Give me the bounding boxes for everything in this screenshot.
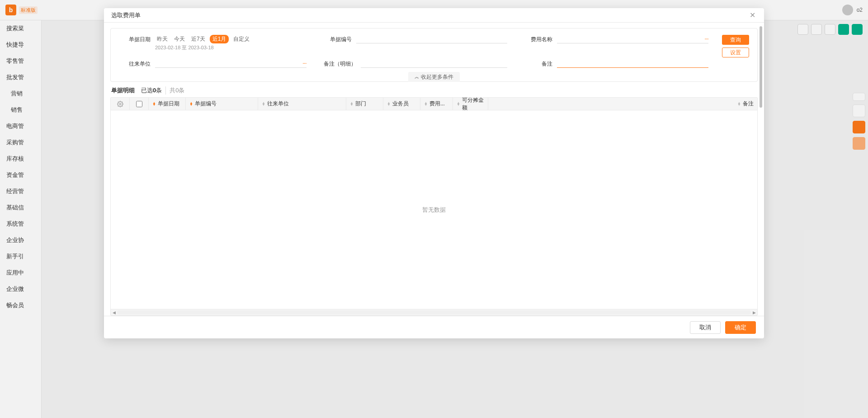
field-date: 单据日期 昨天 今天 近7天 近1月 自定义 2023-02-18 至 2023… — [119, 35, 307, 51]
column-date[interactable]: ▲▼ 单据日期 — [149, 98, 186, 110]
table-body: 暂无数据 — [111, 110, 757, 309]
more-icon[interactable]: ··· — [302, 59, 307, 66]
h-scrollbar[interactable]: ◀ ▶ — [111, 309, 757, 315]
modal-header: 选取费用单 ✕ — [104, 8, 764, 23]
field-fee-name: 费用名称 ··· — [521, 35, 708, 43]
sort-icon: ▲▼ — [262, 102, 265, 106]
remark-input[interactable] — [557, 59, 708, 68]
sort-icon: ▲▼ — [457, 102, 460, 106]
field-fee-name-label: 费用名称 — [521, 35, 552, 43]
query-button[interactable]: 查询 — [722, 35, 749, 45]
filter-panel: 单据日期 昨天 今天 近7天 近1月 自定义 2023-02-18 至 2023… — [110, 28, 758, 82]
collapse-label: 收起更多条件 — [421, 73, 453, 81]
column-checkbox — [130, 98, 149, 110]
column-settings[interactable] — [111, 98, 130, 110]
list-header: 单据明细 已选0条 共0条 — [110, 82, 758, 97]
scroll-thumb[interactable] — [760, 26, 762, 108]
close-icon[interactable]: ✕ — [748, 11, 757, 20]
svg-point-0 — [119, 103, 121, 105]
scroll-left-icon[interactable]: ◀ — [111, 309, 117, 315]
modal-title: 选取费用单 — [111, 11, 141, 19]
confirm-button[interactable]: 确定 — [725, 321, 756, 334]
list-total: 共0条 — [165, 86, 184, 95]
field-date-label: 单据日期 — [119, 35, 151, 43]
sort-icon: ▲▼ — [189, 102, 193, 106]
doc-no-input[interactable] — [356, 35, 508, 43]
date-tag-last1m[interactable]: 近1月 — [210, 35, 229, 43]
date-tag-today[interactable]: 今天 — [172, 35, 187, 43]
field-doc-no: 单据编号 — [320, 35, 508, 43]
v-scrollbar[interactable] — [760, 26, 762, 311]
column-fee[interactable]: ▲▼ 费用... — [420, 98, 453, 110]
date-tag-last7[interactable]: 近7天 — [189, 35, 207, 43]
fee-name-input[interactable] — [557, 35, 708, 43]
gear-icon — [117, 101, 123, 107]
date-tag-custom[interactable]: 自定义 — [231, 35, 251, 43]
modal-overlay: 选取费用单 ✕ 单据日期 昨天 今天 近7天 近1月 — [0, 0, 868, 418]
detail-remark-input[interactable] — [361, 59, 508, 68]
sort-icon: ▲▼ — [350, 102, 354, 106]
modal: 选取费用单 ✕ 单据日期 昨天 今天 近7天 近1月 — [104, 8, 764, 338]
column-num[interactable]: ▲▼ 单据编号 — [186, 98, 258, 110]
table: ▲▼ 单据日期 ▲▼ 单据编号 ▲▼ 往来单位 ▲▼ 部门 — [110, 97, 758, 316]
select-all-checkbox[interactable] — [136, 101, 142, 107]
column-amt[interactable]: ▲▼ 可分摊金额 — [453, 98, 488, 110]
field-doc-no-label: 单据编号 — [320, 35, 352, 43]
sort-icon: ▲▼ — [424, 102, 428, 106]
cancel-button[interactable]: 取消 — [690, 321, 721, 334]
table-head: ▲▼ 单据日期 ▲▼ 单据编号 ▲▼ 往来单位 ▲▼ 部门 — [111, 98, 757, 110]
collapse-toggle[interactable]: ︽ 收起更多条件 — [408, 72, 460, 82]
modal-body: 单据日期 昨天 今天 近7天 近1月 自定义 2023-02-18 至 2023… — [104, 23, 764, 316]
sort-icon: ▲▼ — [737, 102, 741, 106]
field-detail-remark-label: 备注（明细） — [320, 59, 356, 68]
partner-input[interactable] — [155, 59, 307, 68]
chevron-up-icon: ︽ — [415, 74, 419, 80]
field-partner: 往来单位 ··· — [119, 59, 307, 68]
date-range: 2023-02-18 至 2023-03-18 — [155, 44, 307, 51]
sort-icon: ▲▼ — [387, 102, 391, 106]
empty-state: 暂无数据 — [422, 206, 446, 214]
list-title: 单据明细 — [111, 86, 135, 95]
column-biz[interactable]: ▲▼ 业务员 — [383, 98, 420, 110]
scroll-track[interactable] — [117, 310, 751, 314]
more-icon[interactable]: ··· — [704, 35, 708, 42]
scroll-right-icon[interactable]: ▶ — [751, 309, 757, 315]
field-remark-label: 备注 — [521, 59, 552, 68]
list-selected: 已选0条 — [141, 86, 162, 95]
column-dept[interactable]: ▲▼ 部门 — [346, 98, 383, 110]
modal-footer: 取消 确定 — [104, 316, 764, 338]
field-partner-label: 往来单位 — [119, 59, 151, 68]
column-unit[interactable]: ▲▼ 往来单位 — [258, 98, 346, 110]
field-detail-remark: 备注（明细） — [320, 59, 508, 68]
sort-icon: ▲▼ — [152, 102, 156, 106]
column-remark[interactable]: ▲▼ 备注 — [488, 98, 757, 110]
date-tag-yesterday[interactable]: 昨天 — [155, 35, 170, 43]
settings-button[interactable]: 设置 — [722, 48, 749, 57]
field-remark: 备注 — [521, 59, 708, 68]
